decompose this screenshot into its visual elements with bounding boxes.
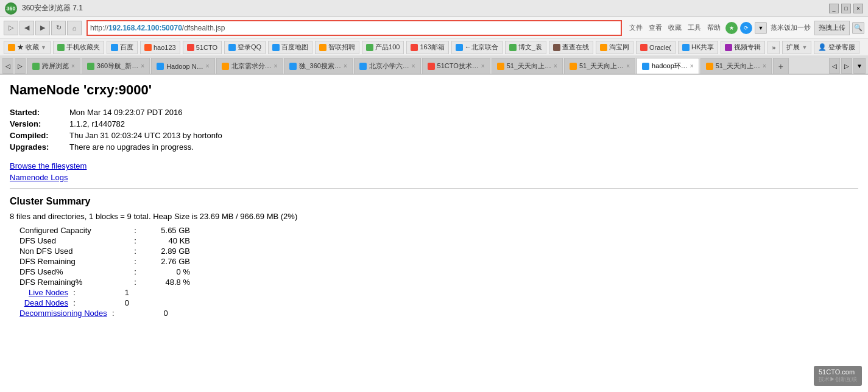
new-tab-button[interactable]: + (773, 58, 789, 74)
back-button[interactable]: ◀ (19, 21, 34, 35)
sync-icon[interactable]: ⟳ (740, 22, 752, 34)
url-host: 192.168.42.100:50070 (108, 24, 182, 32)
tab-close-icon[interactable]: × (763, 63, 766, 69)
dropdown-icon[interactable]: ▼ (755, 22, 767, 34)
tab-ctrl-right[interactable]: ▷ (15, 58, 26, 74)
tab-close-icon[interactable]: × (481, 63, 485, 69)
tab-hadoop-env[interactable]: hadoop环… × (637, 58, 699, 74)
360-icon[interactable]: ★ (725, 22, 738, 34)
tab-51-up2[interactable]: 51_天天向上… × (564, 58, 635, 74)
bookmark-taobao[interactable]: 淘宝网 (596, 41, 633, 54)
bookmark-login[interactable]: 👤 登录客服 (814, 41, 859, 54)
tab-360nav[interactable]: 360导航_新… × (82, 58, 150, 74)
started-label: Started: (10, 108, 65, 117)
tab-close-icon[interactable]: × (344, 63, 347, 69)
tab-close-icon[interactable]: × (554, 63, 557, 69)
dead-nodes-link[interactable]: Dead Nodes (24, 298, 68, 307)
menu-tools[interactable]: 工具 (685, 23, 704, 32)
menu-view[interactable]: 查看 (646, 23, 665, 32)
link-section: Browse the filesystem Namenode Logs (10, 161, 858, 182)
home-button[interactable]: ⌂ (67, 21, 82, 35)
tab-close-icon[interactable]: × (71, 63, 75, 69)
bookmark-yuan[interactable]: 博文_袁 (505, 41, 546, 54)
bookmark-51cto[interactable]: 51CTO (183, 41, 222, 54)
bookmark-hao123[interactable]: hao123 (140, 41, 180, 54)
upload-button[interactable]: 拖拽上传 (814, 21, 850, 35)
search-bar-icon[interactable]: 🔍 (852, 22, 864, 34)
tab-51-up1[interactable]: 51_天天向上… × (492, 58, 563, 74)
decommissioning-nodes-link[interactable]: Decommissioning Nodes (19, 309, 107, 318)
cluster-row-dfs-used: DFS Used : 40 KB (19, 236, 858, 245)
bookmark-bjlianhe[interactable]: ←北京联合 (451, 41, 503, 54)
tab-bj-demand[interactable]: 北京需求分… × (216, 58, 283, 74)
tab-icon (359, 63, 367, 70)
namenode-logs-link[interactable]: Namenode Logs (10, 173, 858, 182)
close-button[interactable]: × (853, 4, 863, 13)
tab-51-up3[interactable]: 51_天天向上… × (700, 58, 772, 74)
refresh-button[interactable]: ↻ (51, 21, 66, 35)
tab-close-icon[interactable]: × (412, 63, 415, 69)
tab-close-icon[interactable]: × (626, 63, 630, 69)
started-value: Mon Mar 14 09:23:07 PDT 2016 (69, 108, 183, 117)
compiled-value: Thu Jan 31 02:03:24 UTC 2013 by hortonfo (69, 131, 222, 140)
forward-button[interactable]: ▶ (35, 21, 50, 35)
menu-help[interactable]: 帮助 (705, 23, 723, 32)
cluster-table: Configured Capacity : 5.65 GB DFS Used :… (19, 226, 858, 318)
tab-icon (87, 63, 94, 70)
minimize-button[interactable]: _ (829, 4, 839, 13)
address-bar[interactable]: http:// 192.168.42.100:50070 /dfshealth.… (86, 20, 622, 36)
info-row-started: Started: Mon Mar 14 09:23:07 PDT 2016 (10, 108, 858, 117)
bookmark-baidumap[interactable]: 百度地图 (268, 41, 312, 54)
browse-filesystem-link[interactable]: Browse the filesystem (10, 161, 858, 170)
cluster-row-non-dfs-used: Non DFS Used : 2.89 GB (19, 247, 858, 256)
maximize-button[interactable]: □ (841, 4, 851, 13)
tab-icon (706, 63, 713, 70)
navigation-toolbar: ▷ ◀ ▶ ↻ ⌂ http:// 192.168.42.100:50070 /… (0, 17, 868, 39)
bookmark-163[interactable]: 163邮箱 (406, 41, 448, 54)
cluster-summary-title: Cluster Summary (10, 196, 858, 207)
tab-close-icon[interactable]: × (690, 63, 694, 69)
bookmark-oracle[interactable]: Oracle( (636, 41, 676, 54)
tab-icon (428, 63, 435, 70)
bookmark-zhilian[interactable]: 智联招聘 (315, 41, 359, 54)
tab-bj-school[interactable]: 北京小学六… × (354, 58, 421, 74)
tab-scroll-right[interactable]: ▷ (841, 58, 852, 74)
bookmark-qq[interactable]: 登录QQ (224, 41, 266, 54)
window-controls[interactable]: _ □ × (829, 4, 863, 13)
bookmark-baidu[interactable]: 百度 (107, 41, 138, 54)
compiled-label: Compiled: (10, 131, 65, 140)
tab-close-icon[interactable]: × (206, 63, 210, 69)
tab-close-icon[interactable]: × (141, 63, 144, 69)
cluster-row-dfs-used-pct: DFS Used% : 0 % (19, 267, 858, 276)
browser-chrome: 360 360安全浏览器 7.1 _ □ × ▷ ◀ ▶ ↻ ⌂ http://… (0, 0, 868, 75)
nav-tabs-button[interactable]: ▷ (4, 21, 18, 35)
tab-scroll-left[interactable]: ◁ (829, 58, 840, 74)
menu-file[interactable]: 文件 (627, 23, 645, 32)
bookmark-hkshare[interactable]: HK共享 (678, 41, 718, 54)
bookmark-product100[interactable]: 产品100 (362, 41, 404, 54)
tab-list-button[interactable]: ▼ (853, 58, 866, 74)
upgrades-value: There are no upgrades in progress. (69, 142, 194, 152)
version-value: 1.1.2, r1440782 (69, 119, 125, 128)
bookmark-mobile[interactable]: 手机收藏夹 (53, 41, 104, 54)
tab-close-icon[interactable]: × (274, 63, 278, 69)
tab-kuaping[interactable]: 跨屏浏览 × (27, 58, 80, 74)
bookmark-more[interactable]: » (767, 41, 780, 54)
bookmark-chacha[interactable]: 查查在线 (549, 41, 593, 54)
tab-ctrl-left[interactable]: ◁ (2, 58, 13, 74)
bookmarks-bar: ★ 收藏 ▼ 手机收藏夹 百度 hao123 51CTO 登录QQ 百度地图 (0, 39, 868, 56)
tab-icon (497, 63, 504, 70)
tab-hadoop-n[interactable]: Hadoop N… × (151, 58, 214, 74)
version-label: Version: (10, 119, 65, 128)
bookmark-extensions[interactable]: 扩展 ▼ (782, 41, 811, 54)
tab-360search[interactable]: 独_360搜索… × (284, 58, 352, 74)
bookmark-video[interactable]: 视频专辑 (721, 41, 765, 54)
page-content: NameNode 'crxy:9000' Started: Mon Mar 14… (0, 75, 868, 326)
bookmark-favorites[interactable]: ★ 收藏 ▼ (4, 41, 51, 54)
cluster-summary-line: 8 files and directories, 1 blocks = 9 to… (10, 212, 858, 221)
info-table: Started: Mon Mar 14 09:23:07 PDT 2016 Ve… (10, 108, 858, 152)
browser-title: 360安全浏览器 7.1 (22, 3, 83, 13)
menu-favorites[interactable]: 收藏 (666, 23, 684, 32)
tab-51cto-tech[interactable]: 51CTO技术… × (422, 58, 490, 74)
live-nodes-link[interactable]: Live Nodes (29, 288, 68, 297)
